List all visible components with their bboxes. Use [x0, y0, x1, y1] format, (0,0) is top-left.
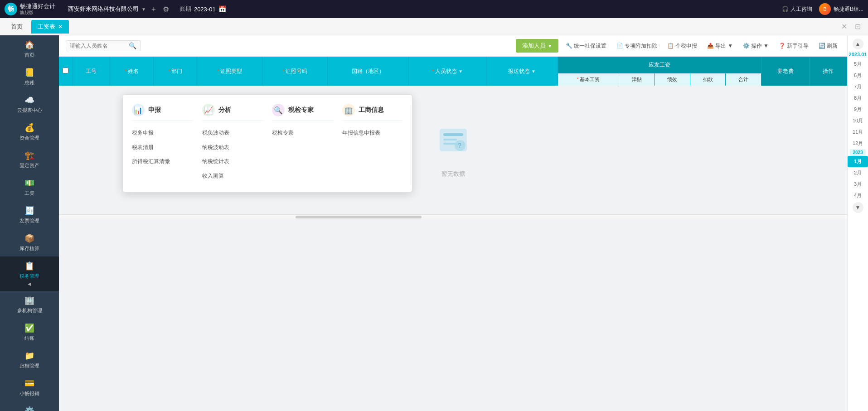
user-name: 畅捷通B组... — [834, 5, 863, 13]
sidebar-item-basic-settings[interactable]: ⚙️ 基础设置 — [0, 401, 59, 411]
menu-section-bizinfo: 🏢 工商信息 年报信息申报表 — [342, 104, 403, 183]
column-pension: 养老费 — [761, 57, 810, 86]
menu-item-tax-fluctuation2[interactable]: 纳税波动表 — [202, 140, 263, 155]
menu-item-annual-report[interactable]: 年报信息申报表 — [342, 126, 403, 140]
bizinfo-title: 工商信息 — [359, 106, 384, 114]
menu-item-tax-expert[interactable]: 税检专家 — [272, 126, 333, 140]
unified-social-icon: 🔧 — [566, 43, 572, 49]
menu-item-revenue-estimate[interactable]: 收入测算 — [202, 169, 263, 184]
new-guide-button[interactable]: ❓ 新手引导 — [776, 40, 811, 52]
personal-tax-button[interactable]: 📋 个税申报 — [664, 40, 700, 52]
svg-rect-1 — [443, 133, 463, 136]
column-checkbox[interactable] — [59, 57, 73, 86]
bottom-scrollbar[interactable] — [59, 214, 847, 219]
timeline-month-12[interactable]: 12月 — [848, 138, 868, 149]
svg-rect-2 — [443, 139, 457, 140]
menu-item-income-tax[interactable]: 所得税汇算清缴 — [132, 155, 193, 169]
timeline-month-10[interactable]: 10月 — [848, 115, 868, 126]
timeline-month-7[interactable]: 7月 — [848, 81, 868, 92]
sidebar-item-invoice[interactable]: 🧾 发票管理 — [0, 201, 59, 229]
scrollbar-thumb — [296, 216, 422, 218]
user-area[interactable]: B 畅捷通B组... — [819, 3, 863, 15]
add-company-button[interactable]: ＋ — [149, 3, 159, 15]
sidebar-item-archive[interactable]: 📁 归档管理 — [0, 346, 59, 374]
close-icon[interactable]: ✕ — [58, 24, 63, 30]
sidebar-item-inventory[interactable]: 📦 库存核算 — [0, 229, 59, 256]
header-right: 🎧 人工咨询 B 畅捷通B组... — [782, 3, 863, 15]
search-input[interactable] — [70, 43, 129, 49]
support-button[interactable]: 🎧 人工咨询 — [782, 5, 812, 13]
refresh-button[interactable]: 🔄 刷新 — [816, 40, 840, 52]
timeline-month-1[interactable]: 1月 — [848, 156, 868, 167]
chevron-down-icon: ▼ — [141, 7, 146, 12]
sidebar-item-home[interactable]: 🏠 首页 — [0, 35, 59, 63]
tax-icon: 📋 — [24, 261, 34, 271]
timeline-up-button[interactable]: ▲ — [853, 39, 863, 49]
sidebar-item-xiaochang[interactable]: 💳 小畅报销 — [0, 374, 59, 401]
operation-icon: ⚙️ — [743, 43, 750, 49]
menu-item-tax-table[interactable]: 税表清册 — [132, 140, 193, 155]
export-chevron-icon: ▼ — [727, 43, 733, 49]
calendar-icon[interactable]: 📅 — [218, 5, 226, 13]
timeline-month-4[interactable]: 4月 — [848, 190, 868, 201]
timeline-month-9[interactable]: 9月 — [848, 104, 868, 115]
sidebar-item-multi-org[interactable]: 🏢 多机构管理 — [0, 291, 59, 319]
menu-item-tax-stats[interactable]: 纳税统计表 — [202, 155, 263, 169]
settings-icon[interactable]: ⚙ — [161, 4, 170, 15]
sidebar-item-salary[interactable]: 💵 工资 — [0, 174, 59, 201]
window-close-button[interactable]: ✕ — [839, 21, 850, 32]
column-operations: 操作 — [810, 57, 847, 86]
salary-icon: 💵 — [24, 178, 34, 188]
timeline-month-3[interactable]: 3月 — [848, 179, 868, 190]
timeline-month-11[interactable]: 11月 — [848, 126, 868, 138]
column-group-should-pay: 应发工资 — [558, 57, 761, 73]
operation-chevron-icon: ▼ — [763, 43, 769, 49]
tab-salary-table[interactable]: 工资表 ✕ — [31, 20, 69, 34]
fixed-assets-icon: 🏗️ — [24, 150, 34, 160]
sidebar-item-cloud-report[interactable]: ☁️ 云报表中心 — [0, 91, 59, 118]
sidebar-item-tax[interactable]: 📋 税务管理 ◀ — [0, 256, 59, 291]
fenxi-icon: 📈 — [202, 104, 215, 116]
taxexpert-icon: 🔍 — [272, 104, 285, 116]
timeline-month-6[interactable]: 6月 — [848, 70, 868, 81]
tab-home[interactable]: 首页 — [5, 20, 29, 34]
timeline-month-5[interactable]: 5月 — [848, 58, 868, 70]
period-label: 账期 — [179, 5, 191, 13]
timeline-month-2[interactable]: 2月 — [848, 167, 868, 179]
logo-icon: 畅 — [5, 3, 17, 15]
shenbao-header: 📊 申报 — [132, 104, 193, 121]
toolbar: 🔍 添加人员 ▼ 🔧 统一社保设置 📄 专项附加扣除 📋 个税申报 📤 导出 — [59, 35, 847, 57]
basic-settings-icon: ⚙️ — [24, 406, 34, 411]
timeline-down-button[interactable]: ▼ — [853, 202, 863, 213]
select-all-checkbox[interactable] — [63, 68, 68, 73]
svg-text:?: ? — [458, 142, 461, 149]
special-deduct-button[interactable]: 📄 专项附加扣除 — [614, 40, 660, 52]
column-status: *人员状态 ▼ — [409, 57, 486, 86]
sidebar-item-closing[interactable]: ✅ 结账 — [0, 319, 59, 346]
unified-social-button[interactable]: 🔧 统一社保设置 — [563, 40, 609, 52]
timeline-month-8[interactable]: 8月 — [848, 92, 868, 104]
search-icon: 🔍 — [129, 42, 136, 49]
column-name: *姓名 — [110, 57, 153, 86]
shenbao-icon: 📊 — [132, 104, 145, 116]
bizinfo-icon: 🏢 — [342, 104, 355, 116]
column-id-type: *证照类型 — [197, 57, 262, 86]
multi-org-icon: 🏢 — [24, 295, 34, 305]
column-dept: *部门 — [153, 57, 197, 86]
menu-item-tax-fluctuation[interactable]: 税负波动表 — [202, 126, 263, 140]
add-person-button[interactable]: 添加人员 ▼ — [516, 39, 558, 53]
company-area[interactable]: 西安虾米网络科技有限公司 ▼ ＋ ⚙ — [68, 3, 170, 15]
report-filter-icon[interactable]: ▼ — [531, 69, 536, 74]
filter-icon[interactable]: ▼ — [458, 69, 463, 74]
window-restore-button[interactable]: ⊡ — [852, 21, 863, 32]
export-button[interactable]: 📤 导出 ▼ — [704, 40, 736, 52]
sidebar-item-fund[interactable]: 💰 资金管理 — [0, 118, 59, 146]
chevron-down-icon: ▼ — [548, 44, 552, 48]
sidebar-item-fixed-assets[interactable]: 🏗️ 固定资产 — [0, 146, 59, 174]
operation-button[interactable]: ⚙️ 操作 ▼ — [740, 40, 771, 52]
taxexpert-header: 🔍 税检专家 — [272, 104, 333, 121]
avatar: B — [819, 3, 831, 15]
sidebar-item-ledger[interactable]: 📒 总账 — [0, 63, 59, 91]
menu-item-tax-declaration[interactable]: 税务申报 — [132, 126, 193, 140]
home-icon: 🏠 — [24, 40, 34, 50]
